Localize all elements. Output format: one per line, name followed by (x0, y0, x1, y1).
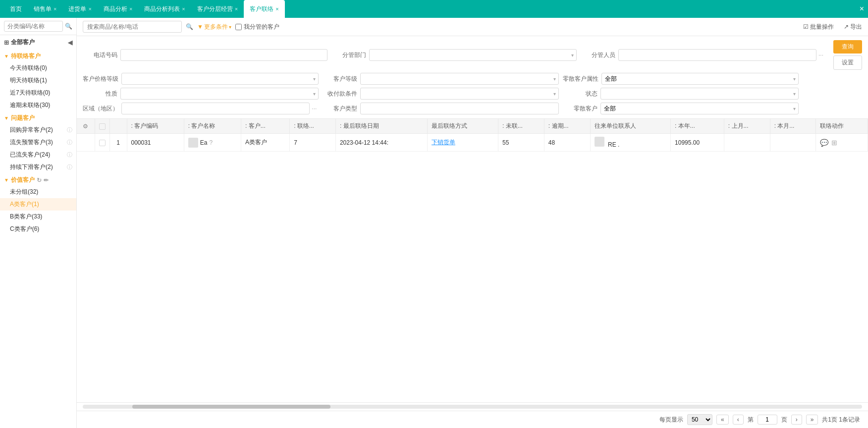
nav-customer-contact[interactable]: 客户联络 × (244, 0, 284, 18)
close-product-analysis-list-tab[interactable]: × (182, 6, 185, 12)
col-this-year-header[interactable]: : 本年... (671, 119, 724, 134)
row-select-checkbox[interactable] (99, 140, 106, 146)
first-page-btn[interactable]: « (716, 415, 729, 425)
close-product-analysis-tab[interactable]: × (129, 6, 132, 12)
sidebar-item-churned[interactable]: 已流失客户(24) ⓘ (0, 149, 76, 161)
dept-select[interactable] (369, 49, 576, 61)
col-code-header[interactable]: : 客户编码 (127, 119, 184, 134)
col-gear-header[interactable]: ⚙ (77, 119, 95, 134)
sidebar-search-input[interactable] (4, 21, 63, 32)
close-sales-tab[interactable]: × (54, 6, 56, 12)
horizontal-scrollbar-thumb[interactable] (132, 405, 330, 409)
all-customers-header[interactable]: ⊞ 全部客户 ◀ (0, 35, 76, 50)
export-btn[interactable]: ↗ 导出 (844, 23, 862, 31)
manager-dots-icon[interactable]: ··· (816, 52, 825, 58)
group-problem-customers[interactable]: ▼ 问题客户 (0, 111, 76, 124)
col-last-contact-date-header[interactable]: : 最后联络日期 (335, 119, 427, 134)
info-icon-2: ⓘ (67, 139, 72, 146)
collapse-sidebar-icon[interactable]: ◀ (68, 39, 72, 46)
next-page-btn[interactable]: › (791, 415, 802, 425)
sidebar-item-unclassified[interactable]: 未分组(32) (0, 186, 76, 198)
col-contact-header[interactable]: : 联络... (290, 119, 336, 134)
row-checkbox[interactable] (95, 134, 109, 152)
unit-contact-avatar (595, 137, 604, 147)
sidebar-item-today[interactable]: 今天待联络(0) (0, 62, 76, 74)
row-name: Ea ? (184, 134, 241, 152)
per-page-select[interactable]: 50 100 200 (687, 414, 712, 425)
sidebar-item-b-class[interactable]: B类客户(33) (0, 211, 76, 223)
per-page-label: 每页显示 (659, 416, 683, 424)
sidebar-item-c-class[interactable]: C类客户(6) (0, 223, 76, 235)
nature-select[interactable] (120, 88, 319, 100)
horizontal-scrollbar[interactable] (83, 405, 862, 409)
action-buttons: 查询 设置 (833, 40, 862, 70)
info-icon-4: ⓘ (67, 163, 72, 171)
col-name-header[interactable]: : 客户名称 (184, 119, 241, 134)
setting-button[interactable]: 设置 (833, 55, 862, 70)
status-select[interactable] (600, 88, 799, 100)
sidebar-item-tomorrow[interactable]: 明天待联络(1) (0, 74, 76, 87)
manager-field: 分管人员 ··· (581, 49, 825, 61)
region-dots-icon[interactable]: ··· (310, 105, 319, 112)
col-unit-contact-header[interactable]: 往来单位联系人 (590, 119, 670, 134)
my-customers-checkbox-label[interactable]: 我分管的客户 (235, 23, 279, 31)
close-all-tabs[interactable]: × (860, 4, 864, 13)
close-purchase-tab[interactable]: × (88, 6, 91, 12)
retail-attr-select[interactable]: 全部 (601, 73, 799, 85)
qr-icon[interactable]: ⊞ (831, 139, 837, 147)
my-customers-checkbox[interactable] (235, 24, 242, 30)
nav-product-analysis[interactable]: 商品分析 × (98, 0, 138, 18)
sidebar-item-a-class[interactable]: A类客户(1) (0, 198, 76, 211)
sidebar-item-repurchase-abnormal[interactable]: 回购异常客户(2) ⓘ (0, 124, 76, 136)
sidebar-item-overdue[interactable]: 逾期未联络(30) (0, 99, 76, 111)
price-level-select[interactable] (121, 73, 319, 85)
nav-sales[interactable]: 销售单 × (28, 0, 62, 18)
phone-input[interactable] (120, 49, 327, 61)
group-value-customers[interactable]: ▼ 价值客户 ↻ ✏ (0, 173, 76, 186)
sidebar-search-icon[interactable]: 🔍 (65, 23, 72, 30)
filter-search-icon[interactable]: 🔍 (186, 23, 193, 30)
col-level-header[interactable]: : 客户... (241, 119, 290, 134)
sidebar-item-churn-warning[interactable]: 流失预警客户(3) ⓘ (0, 136, 76, 149)
content-area: 🔍 ▼ 更多条件 ▾ 我分管的客户 ☑ 批量操作 ↗ 导出 (77, 18, 868, 428)
col-overdue-header[interactable]: : 逾期... (544, 119, 590, 134)
more-conditions-btn[interactable]: ▼ 更多条件 ▾ (197, 23, 231, 31)
sidebar-item-7days[interactable]: 近7天待联络(0) (0, 87, 76, 99)
retail-customer-select[interactable]: 全部 (600, 103, 799, 114)
total-info: 共1页 1条记录 (822, 416, 860, 424)
sidebar-item-declining[interactable]: 持续下滑客户(2) ⓘ (0, 161, 76, 173)
grid-icon: ⊞ (4, 39, 9, 46)
nav-purchase[interactable]: 进货单 × (62, 0, 97, 18)
manager-input[interactable] (618, 49, 816, 61)
customer-type-input[interactable] (360, 103, 558, 114)
row-gear (77, 134, 95, 152)
col-check-header[interactable] (95, 119, 109, 134)
nav-home[interactable]: 首页 (4, 0, 28, 18)
prev-page-btn[interactable]: ‹ (733, 415, 744, 425)
close-customer-stratify-tab[interactable]: × (235, 6, 238, 12)
nav-customer-stratify[interactable]: 客户分层经营 × (191, 0, 244, 18)
close-customer-contact-tab[interactable]: × (275, 6, 278, 12)
refresh-icon[interactable]: ↻ (37, 177, 42, 184)
col-no-contact-header[interactable]: : 未联... (498, 119, 544, 134)
col-last-month-header[interactable]: : 上月... (724, 119, 770, 134)
region-input[interactable] (121, 103, 310, 114)
last-page-btn[interactable]: » (806, 415, 818, 425)
status-field: 状态 ▾ (563, 88, 799, 100)
row-last-contact-method[interactable]: 下销货单 (427, 134, 498, 152)
col-last-contact-method-header[interactable]: 最后联络方式 (427, 119, 498, 134)
customer-level-select[interactable] (360, 73, 558, 85)
col-this-month-header[interactable]: : 本月... (770, 119, 816, 134)
select-all-checkbox[interactable] (99, 123, 106, 130)
batch-op-btn[interactable]: ☑ 批量操作 (803, 23, 834, 31)
payment-select[interactable] (360, 88, 558, 100)
edit-icon[interactable]: ✏ (44, 177, 49, 184)
nature-field: 性质 ▾ (83, 88, 319, 100)
page-number-input[interactable] (758, 415, 777, 425)
group-pending-contact[interactable]: ▼ 待联络客户 (0, 50, 76, 62)
payment-field: 收付款条件 ▾ (323, 88, 558, 100)
nav-product-analysis-list[interactable]: 商品分析列表 × (138, 0, 191, 18)
chat-icon[interactable]: 💬 (820, 139, 828, 147)
query-button[interactable]: 查询 (833, 40, 862, 54)
search-input[interactable] (83, 21, 182, 33)
